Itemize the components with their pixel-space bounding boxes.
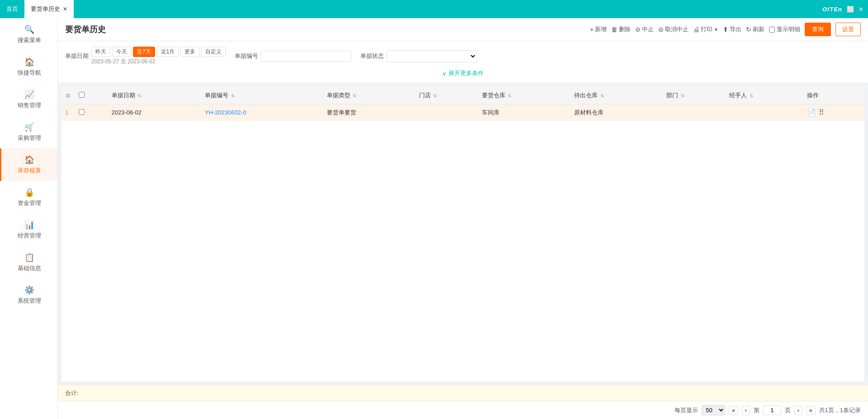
th-pending-warehouse[interactable]: 待出仓库 ⇅ [571, 87, 663, 105]
sidebar-item-sales-mgmt-label: 销售管理 [18, 101, 41, 110]
date-btn-last7days[interactable]: 近7天 [133, 47, 155, 57]
more-action-icon[interactable]: ⠿ [819, 108, 824, 117]
suspend-icon: ⊘ [635, 26, 641, 33]
print-label: 打印 [701, 25, 712, 33]
th-handler-label: 经手人 [729, 92, 747, 99]
first-page-btn[interactable]: « [729, 406, 738, 415]
tab-close-icon[interactable]: ✕ [63, 6, 67, 12]
brand-label: OfTEn [822, 6, 842, 13]
doc-status-filter-group: 单据状态 [360, 50, 477, 62]
settings-button[interactable]: 设置 [835, 23, 861, 36]
restore-btn[interactable]: ⬜ [847, 6, 854, 13]
query-button[interactable]: 查询 [805, 23, 831, 36]
sidebar-item-inventory-label: 库存核算 [18, 167, 41, 175]
add-icon: + [590, 26, 594, 33]
print-button[interactable]: 🖨 打印 ▼ [693, 25, 718, 33]
suspend-label: 中止 [642, 25, 654, 33]
next-page-btn[interactable]: › [794, 406, 802, 415]
edit-action-icon[interactable]: 📄 [807, 108, 816, 117]
date-range-display: 2023-05-27 至 2023-06-02 [91, 58, 226, 66]
th-settings[interactable]: ⚙ [61, 87, 75, 105]
display-detail-checkbox[interactable] [769, 27, 775, 33]
export-button[interactable]: ⬆ 导出 [723, 25, 741, 33]
doc-number-filter-group: 单据编号 [235, 51, 351, 62]
th-store[interactable]: 门店 ⇅ [415, 87, 478, 105]
top-bar-actions: OfTEn ⬜ ✕ [822, 6, 868, 13]
operation-icon: 📊 [24, 220, 34, 230]
doc-status-select[interactable] [387, 50, 477, 62]
refresh-label: 刷新 [753, 25, 764, 33]
select-all-checkbox[interactable] [79, 92, 85, 98]
expand-more-icon: ∨ [442, 70, 447, 77]
filter-row: 单据日期 昨天 今天 近7天 近1月 更多 自定义 2023-05-27 至 2… [65, 47, 861, 66]
date-btn-yesterday[interactable]: 昨天 [91, 47, 110, 57]
th-doc-type-label: 单据类型 [327, 92, 350, 99]
add-button[interactable]: + 新增 [590, 25, 607, 33]
th-req-warehouse-label: 要货仓库 [482, 92, 505, 99]
display-detail-toggle[interactable]: 显示明细 [769, 25, 800, 33]
page-header: 要货单历史 + 新增 🗑 删除 ⊘ 中止 ⊘ 取消中止 [58, 18, 868, 41]
date-btn-custom[interactable]: 自定义 [201, 47, 226, 57]
expand-more-btn[interactable]: ∨ 展开更多条件 [65, 69, 861, 77]
row-number: 1 [65, 109, 68, 116]
tab-requisition-history[interactable]: 要货单历史 ✕ [24, 0, 74, 18]
pagination: 每页显示 10 20 50 100 « ‹ 第 页 › » 共1页，1条记录 [58, 401, 868, 419]
sidebar-item-operation[interactable]: 📊 经营管理 [0, 214, 57, 246]
sidebar-item-search-menu[interactable]: 🔍 搜索菜单 [0, 18, 57, 51]
sidebar-item-purchase-mgmt[interactable]: 🛒 采购管理 [0, 116, 57, 148]
quick-nav-icon: 🏠 [24, 57, 34, 67]
tab-requisition-label: 要货单历史 [31, 5, 60, 13]
th-checkbox [75, 87, 108, 105]
th-handler[interactable]: 经手人 ⇅ [726, 87, 803, 105]
date-filter-label: 单据日期 [65, 52, 89, 60]
system-mgmt-icon: ⚙️ [24, 285, 34, 295]
sidebar-item-basic-info-label: 基础信息 [18, 264, 41, 272]
th-department[interactable]: 部门 ⇅ [663, 87, 726, 105]
search-menu-icon: 🔍 [24, 24, 34, 34]
sidebar-item-system-mgmt[interactable]: ⚙️ 系统管理 [0, 279, 57, 311]
print-icon: 🖨 [693, 26, 699, 33]
data-table: ⚙ 单据日期 ⇅ 单据编号 ⇅ 单据类型 ⇅ [61, 87, 864, 121]
row-checkbox[interactable] [79, 109, 85, 115]
prev-page-btn[interactable]: ‹ [742, 406, 750, 415]
th-doc-type[interactable]: 单据类型 ⇅ [323, 87, 415, 105]
sidebar-item-operation-label: 经营管理 [18, 232, 41, 240]
per-page-select[interactable]: 10 20 50 100 [702, 405, 725, 415]
last-page-btn[interactable]: » [806, 406, 816, 415]
refresh-button[interactable]: ↻ 刷新 [746, 25, 764, 33]
td-row-num: 1 [61, 105, 75, 121]
sidebar-item-quick-nav[interactable]: 🏠 快捷导航 [0, 51, 57, 83]
sidebar-item-sales-mgmt[interactable]: 📈 销售管理 [0, 83, 57, 116]
date-btn-more[interactable]: 更多 [180, 47, 199, 57]
cancel-suspend-button[interactable]: ⊘ 取消中止 [658, 25, 689, 33]
filter-area: 单据日期 昨天 今天 近7天 近1月 更多 自定义 2023-05-27 至 2… [58, 41, 868, 83]
doc-number-link[interactable]: YH-20230602-0 [205, 109, 246, 116]
table-container: ⚙ 单据日期 ⇅ 单据编号 ⇅ 单据类型 ⇅ [61, 87, 864, 381]
close-window-btn[interactable]: ✕ [859, 6, 863, 13]
th-doc-date[interactable]: 单据日期 ⇅ [108, 87, 201, 105]
suspend-button[interactable]: ⊘ 中止 [635, 25, 654, 33]
sales-mgmt-icon: 📈 [24, 90, 34, 100]
doc-number-input[interactable] [261, 51, 351, 62]
tab-home[interactable]: 首页 [0, 0, 24, 18]
sort-icon-doc-type: ⇅ [353, 93, 356, 98]
page-input[interactable] [763, 405, 781, 415]
date-btn-last1month[interactable]: 近1月 [157, 47, 179, 57]
th-doc-number[interactable]: 单据编号 ⇅ [201, 87, 323, 105]
delete-button[interactable]: 🗑 删除 [611, 25, 631, 33]
table-row: 1 2023-06-02 YH-20230602-0 要货单要货 车间库 原材料… [61, 105, 864, 121]
basic-info-icon: 📋 [24, 252, 34, 262]
page-label: 第 [754, 406, 760, 414]
doc-status-label: 单据状态 [360, 52, 384, 60]
date-btn-today[interactable]: 今天 [112, 47, 131, 57]
sidebar-item-basic-info[interactable]: 📋 基础信息 [0, 246, 57, 279]
td-req-warehouse: 车间库 [478, 105, 571, 121]
th-req-warehouse[interactable]: 要货仓库 ⇅ [478, 87, 571, 105]
cancel-suspend-icon: ⊘ [658, 26, 664, 33]
sort-icon-store: ⇅ [433, 93, 437, 98]
sidebar-item-finance-label: 资金管理 [18, 199, 41, 207]
sidebar-item-inventory[interactable]: 🏠 库存核算 [0, 148, 57, 181]
per-page-label: 每页显示 [675, 406, 698, 414]
th-store-label: 门店 [419, 92, 431, 99]
sidebar-item-finance[interactable]: 🔒 资金管理 [0, 181, 57, 214]
